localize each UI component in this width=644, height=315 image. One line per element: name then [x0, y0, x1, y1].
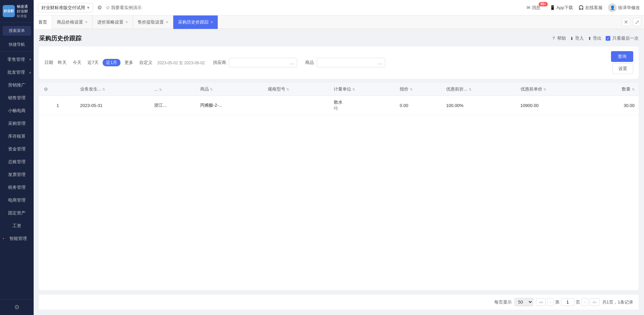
only-latest-toggle[interactable]: ✓ 只看最后一次	[606, 35, 639, 41]
demo-button[interactable]: ⊙ 我要看实例演示	[106, 5, 142, 11]
tab-home[interactable]: 首页	[34, 15, 52, 29]
date-option-custom[interactable]: 自定义	[137, 59, 154, 66]
close-icon[interactable]: ×	[166, 20, 168, 25]
date-filter-group: 日期 昨天 今天 近7天 近1月 更多 自定义 2023-05-02 至 202…	[44, 59, 205, 66]
sort-icon[interactable]: ⇅	[410, 88, 413, 91]
sidebar-item-wholesale[interactable]: 批发管理 ▴	[0, 66, 34, 79]
cell-settings	[39, 96, 52, 115]
sort-icon[interactable]: ⇅	[159, 88, 162, 92]
sidebar-item-smart[interactable]: 智能管理	[0, 232, 34, 245]
tab-purchase-strategy[interactable]: 进价策略设置 ×	[93, 15, 133, 29]
version-selector[interactable]: 好业财标准版交付试用 ▾	[38, 3, 93, 12]
logo-icon: 好业财	[3, 5, 15, 17]
close-icon[interactable]: ×	[211, 20, 213, 25]
cell-quantity: 30.00	[592, 96, 639, 115]
maximize-button[interactable]: ⤢	[633, 18, 641, 26]
sidebar-item-purchase[interactable]: 采购管理	[0, 117, 34, 130]
goods-input[interactable]	[320, 60, 376, 65]
filter-row: 日期 昨天 今天 近7天 近1月 更多 自定义 2023-05-02 至 202…	[44, 51, 633, 74]
page-label-after: 页	[576, 299, 580, 305]
sort-icon[interactable]: ⇅	[632, 88, 635, 91]
date-option-1month[interactable]: 近1月	[103, 59, 120, 66]
app-download-button[interactable]: 📱 App下载	[550, 5, 573, 11]
sidebar-item-ecommerce[interactable]: 电商管理	[0, 194, 34, 207]
date-option-7days[interactable]: 近7天	[85, 59, 101, 66]
sidebar-item-invoice[interactable]: 发票管理	[0, 168, 34, 181]
date-option-more[interactable]: 更多	[122, 59, 135, 66]
sidebar-logo: 好业财 畅捷通好业财 标准版	[0, 0, 34, 23]
goods-dots-button[interactable]: ...	[378, 60, 382, 66]
export-icon: ⬆	[588, 36, 592, 41]
sidebar-item-sales[interactable]: 销售管理	[0, 92, 34, 104]
close-tab-button[interactable]: ✕	[622, 18, 630, 26]
date-option-today[interactable]: 今天	[71, 59, 83, 66]
sidebar-item-retail[interactable]: 零售管理 ▾	[0, 53, 34, 66]
first-page-button[interactable]: ⏮	[536, 298, 546, 306]
th-date: 业务发生... ⇅	[76, 83, 150, 96]
tab-goods-price[interactable]: 商品价格设置 ×	[52, 15, 93, 29]
tab-purchase-history[interactable]: 采购历史价跟踪 ×	[173, 15, 218, 29]
sidebar-item-tax[interactable]: 税务管理	[0, 181, 34, 194]
page-number-input[interactable]	[561, 298, 574, 306]
th-col3: ... ⇅	[150, 83, 196, 96]
sort-icon[interactable]: ⇅	[102, 88, 105, 91]
th-goods: 商品 ⇅	[196, 83, 264, 96]
per-page-select[interactable]: 50 10 20 100	[514, 298, 533, 306]
export-button[interactable]: ⬆ 导出	[588, 35, 602, 41]
last-page-button[interactable]: ⏭	[590, 298, 600, 306]
tabbar-right-actions: ✕ ⤢	[622, 18, 644, 26]
import-button[interactable]: ⬇ 导入	[570, 35, 584, 41]
online-service-button[interactable]: 🎧 在线客服	[578, 5, 603, 11]
gear-icon[interactable]: ⚙	[14, 304, 20, 311]
sidebar-item-marketing[interactable]: 营销推广	[0, 79, 34, 92]
column-settings-icon[interactable]: ⚙	[44, 86, 48, 92]
th-pre-discount-price: 优惠前单价 ⇅	[516, 83, 592, 96]
sidebar-item-fixed-assets[interactable]: 固定资产	[0, 207, 34, 219]
sidebar-item-ecommerce-small[interactable]: 小畅电商	[0, 104, 34, 117]
th-quantity: 数量 ⇅	[592, 83, 639, 96]
close-icon[interactable]: ×	[85, 20, 87, 25]
pagination: 每页显示 50 10 20 100 ⏮ ‹ 第 页 › ⏭ 共1页，1条记录	[39, 294, 639, 310]
quick-nav-button[interactable]: 快捷导航	[0, 39, 34, 50]
query-button[interactable]: 查询	[611, 51, 633, 62]
content-area: 采购历史价跟踪 ？ 帮助 ⬇ 导入 ⬆ 导出 ✓ 只看最后一次	[34, 29, 644, 315]
messages-badge: 99+	[539, 2, 548, 6]
supplier-input[interactable]	[232, 60, 288, 65]
settings-icon[interactable]: ⚙	[97, 4, 102, 11]
sort-icon[interactable]: ⇅	[469, 88, 471, 91]
sort-icon[interactable]: ⇅	[352, 88, 355, 91]
page-actions: ？ 帮助 ⬇ 导入 ⬆ 导出 ✓ 只看最后一次	[551, 35, 639, 41]
next-page-button[interactable]: ›	[581, 298, 588, 306]
prev-page-button[interactable]: ‹	[547, 298, 554, 306]
cell-pre-discount-price: 10900.00	[516, 96, 592, 115]
tab-sale-price[interactable]: 售价提取设置 ×	[133, 15, 173, 29]
help-button[interactable]: ？ 帮助	[551, 35, 566, 41]
search-menu-button[interactable]: 搜索菜单	[3, 26, 31, 36]
filter-settings-button[interactable]: 设置	[612, 63, 633, 74]
main-area: 好业财标准版交付试用 ▾ ⚙ ⊙ 我要看实例演示 ✉ 消息 99+ 📱 App下…	[34, 0, 644, 315]
sort-icon[interactable]: ⇅	[210, 88, 213, 91]
date-option-yesterday[interactable]: 昨天	[56, 59, 69, 66]
goods-input-group: ...	[317, 58, 385, 67]
table-container: ⚙ 业务发生... ⇅ ... ⇅ 商品 ⇅	[39, 83, 639, 290]
supplier-dots-button[interactable]: ...	[290, 60, 294, 66]
sidebar-item-salary[interactable]: 工资	[0, 219, 34, 232]
sidebar-item-finance[interactable]: 资金管理	[0, 143, 34, 155]
th-settings: ⚙	[39, 83, 52, 96]
th-spec: 规格型号 ⇅	[264, 83, 330, 96]
close-icon[interactable]: ×	[126, 20, 128, 25]
cell-discount: 100.00%	[442, 96, 516, 115]
sidebar: 好业财 畅捷通好业财 标准版 搜索菜单 快捷导航 零售管理 ▾ 批发管理 ▴ 营…	[0, 0, 34, 315]
sidebar-item-inventory[interactable]: 库存核算	[0, 130, 34, 143]
user-menu-button[interactable]: 👤 徐泽华修改	[608, 3, 640, 12]
sort-icon[interactable]: ⇅	[543, 88, 546, 91]
pagination-nav: ⏮ ‹ 第 页 › ⏭	[536, 298, 600, 306]
th-quote: 报价 ⇅	[396, 83, 442, 96]
mobile-icon: 📱	[550, 5, 555, 10]
sidebar-item-ledger[interactable]: 总账管理	[0, 155, 34, 168]
messages-button[interactable]: ✉ 消息 99+	[527, 5, 544, 11]
sidebar-divider-1	[0, 51, 34, 52]
cell-index: 1	[52, 96, 76, 115]
per-page-label: 每页显示	[494, 299, 512, 305]
sort-icon[interactable]: ⇅	[286, 88, 289, 91]
